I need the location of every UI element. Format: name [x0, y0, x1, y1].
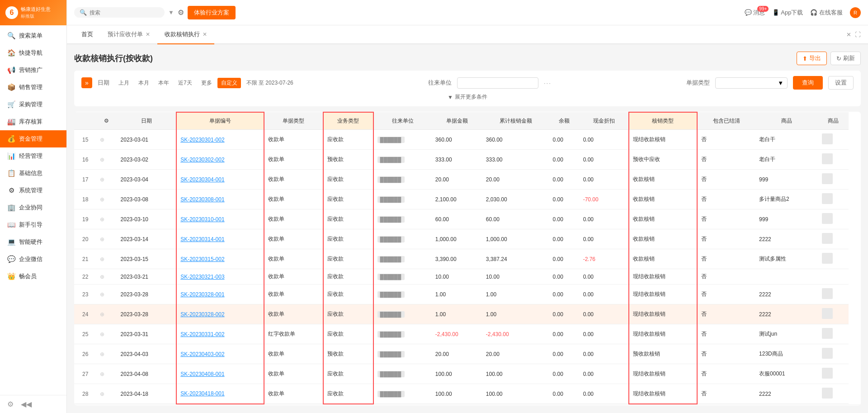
notification-area[interactable]: 💬 消息 99+ — [745, 9, 765, 17]
dropdown-arrow[interactable]: ▼ — [168, 9, 174, 16]
row-settings-icon[interactable]: ⊕ — [100, 311, 104, 318]
row-settings-icon[interactable]: ⊕ — [100, 216, 104, 223]
row-settings-icon[interactable]: ⊕ — [100, 391, 104, 397]
query-button[interactable]: 查询 — [793, 76, 823, 90]
sidebar-item-enterprise[interactable]: 🏢企业协同 — [0, 199, 66, 216]
row-settings-icon[interactable]: ⊕ — [100, 274, 104, 280]
cell-voucher_no[interactable]: SK-20230418-001 — [176, 384, 264, 404]
voucher-link[interactable]: SK-20230328-001 — [180, 291, 224, 298]
voucher-link[interactable]: SK-20230308-001 — [180, 196, 224, 203]
sidebar-item-member[interactable]: 👑畅会员 — [0, 268, 66, 285]
table-row[interactable]: 21⊕2023-03-15SK-20230315-002收款单应收款██████… — [74, 249, 861, 269]
voucher-link[interactable]: SK-20230418-001 — [180, 390, 224, 397]
cell-voucher_no[interactable]: SK-20230328-001 — [176, 285, 264, 304]
export-button[interactable]: ⬆ 导出 — [797, 52, 827, 65]
table-row[interactable]: 18⊕2023-03-08SK-20230308-001收款单应收款██████… — [74, 190, 861, 209]
row-settings-icon[interactable]: ⊕ — [100, 176, 104, 183]
sidebar-item-basics[interactable]: 📋基础信息 — [0, 165, 66, 182]
voucher-link[interactable]: SK-20230328-002 — [180, 311, 224, 318]
table-row[interactable]: 22⊕2023-03-21SK-20230321-003收款单应收款██████… — [74, 269, 861, 285]
col-header-settings[interactable]: ⚙ — [96, 112, 117, 130]
row-settings-icon[interactable]: ⊕ — [100, 331, 104, 337]
table-row[interactable]: 26⊕2023-04-03SK-20230403-002收款单预收款██████… — [74, 344, 861, 364]
sidebar-item-marketing[interactable]: 📢营销推广 — [0, 62, 66, 79]
sidebar-item-guide[interactable]: 📖新手引导 — [0, 216, 66, 233]
cell-voucher_no[interactable]: SK-20230328-002 — [176, 304, 264, 324]
tab-首页[interactable]: 首页 — [74, 25, 100, 44]
date-btn-custom[interactable]: 自定义 — [217, 78, 241, 88]
expand-more-button[interactable]: ▼ 展开更多条件 — [448, 93, 487, 101]
partner-filter-input[interactable] — [457, 77, 538, 89]
table-row[interactable]: 25⊕2023-03-31SK-20230331-002红字收款单应收款████… — [74, 324, 861, 344]
voucher-link[interactable]: SK-20230408-001 — [180, 371, 224, 377]
date-btn-上月[interactable]: 上月 — [115, 78, 133, 88]
table-row[interactable]: 20⊕2023-03-14SK-20230314-001收款单应收款██████… — [74, 229, 861, 249]
voucher-type-select[interactable]: ▼ — [715, 77, 788, 89]
tab-close-icon[interactable]: ✕ — [203, 31, 207, 38]
sidebar-item-operations[interactable]: 📊经营管理 — [0, 147, 66, 165]
voucher-link[interactable]: SK-20230314-001 — [180, 236, 224, 242]
voucher-link[interactable]: SK-20230304-001 — [180, 176, 224, 183]
date-btn-本年[interactable]: 本年 — [155, 78, 173, 88]
date-btn-更多[interactable]: 更多 — [198, 78, 216, 88]
user-avatar[interactable]: R — [850, 7, 861, 18]
voucher-link[interactable]: SK-20230331-002 — [180, 331, 224, 337]
global-search[interactable]: 🔍 — [74, 7, 165, 18]
table-row[interactable]: 15⊕2023-03-01SK-20230301-002收款单应收款██████… — [74, 130, 861, 150]
cell-voucher_no[interactable]: SK-20230304-001 — [176, 170, 264, 190]
table-row[interactable]: 17⊕2023-03-04SK-20230304-001收款单应收款██████… — [74, 170, 861, 190]
filter-expand-button[interactable]: » — [81, 77, 92, 88]
table-row[interactable]: 24⊕2023-03-28SK-20230328-002收款单应收款██████… — [74, 304, 861, 324]
settings-button[interactable]: 设置 — [828, 76, 854, 90]
voucher-link[interactable]: SK-20230310-001 — [180, 216, 224, 223]
cell-voucher_no[interactable]: SK-20230315-002 — [176, 249, 264, 269]
cell-voucher_no[interactable]: SK-20230321-003 — [176, 269, 264, 285]
table-row[interactable]: 27⊕2023-04-08SK-20230408-001收款单应收款██████… — [74, 364, 861, 384]
row-settings-icon[interactable]: ⊕ — [100, 351, 104, 357]
settings-gear-icon[interactable]: ⚙ — [178, 8, 184, 17]
voucher-link[interactable]: SK-20230321-003 — [180, 274, 224, 280]
sidebar-item-sales[interactable]: 📦销售管理 — [0, 79, 66, 96]
tab-close-icon[interactable]: ✕ — [146, 31, 150, 38]
tab-预计应收付单[interactable]: 预计应收付单✕ — [100, 25, 157, 44]
sidebar-item-search[interactable]: 🔍搜索菜单 — [0, 27, 66, 44]
row-settings-icon[interactable]: ⊕ — [100, 236, 104, 242]
voucher-link[interactable]: SK-20230301-002 — [180, 137, 224, 143]
cell-voucher_no[interactable]: SK-20230314-001 — [176, 229, 264, 249]
cell-voucher_no[interactable]: SK-20230302-002 — [176, 150, 264, 170]
cell-voucher_no[interactable]: SK-20230308-001 — [176, 190, 264, 209]
tab-close-all[interactable]: ✕ — [846, 31, 851, 38]
partner-filter-dots[interactable]: ··· — [544, 80, 552, 86]
row-settings-icon[interactable]: ⊕ — [100, 157, 104, 163]
cell-voucher_no[interactable]: SK-20230310-001 — [176, 209, 264, 229]
row-settings-icon[interactable]: ⊕ — [100, 371, 104, 377]
cell-voucher_no[interactable]: SK-20230408-001 — [176, 364, 264, 384]
tab-收款核销执行[interactable]: 收款核销执行✕ — [157, 25, 214, 44]
sidebar-item-wechat[interactable]: 💬企业微信 — [0, 251, 66, 268]
online-service-link[interactable]: 🎧 在线客服 — [810, 9, 843, 17]
sidebar-item-inventory[interactable]: 🏭库存核算 — [0, 113, 66, 130]
date-btn-本月[interactable]: 本月 — [135, 78, 153, 88]
sidebar-item-finance[interactable]: 💰资金管理 — [0, 130, 66, 147]
tab-expand[interactable]: ⛶ — [855, 31, 861, 38]
cell-voucher_no[interactable]: SK-20230403-002 — [176, 344, 264, 364]
industry-solution-button[interactable]: 体验行业方案 — [188, 6, 236, 19]
sidebar-item-hardware[interactable]: 💻智能硬件 — [0, 233, 66, 251]
table-row[interactable]: 19⊕2023-03-10SK-20230310-001收款单应收款██████… — [74, 209, 861, 229]
table-row[interactable]: 23⊕2023-03-28SK-20230328-001收款单应收款██████… — [74, 285, 861, 304]
date-btn-近7天[interactable]: 近7天 — [175, 78, 196, 88]
table-row[interactable]: 28⊕2023-04-18SK-20230418-001收款单应收款██████… — [74, 384, 861, 404]
sidebar-settings-icon[interactable]: ⚙ — [7, 400, 14, 408]
cell-voucher_no[interactable]: SK-20230301-002 — [176, 130, 264, 150]
refresh-button[interactable]: ↻ 刷新 — [830, 52, 861, 65]
search-input[interactable] — [90, 9, 153, 16]
sidebar-item-system[interactable]: ⚙系统管理 — [0, 182, 66, 199]
cell-voucher_no[interactable]: SK-20230331-002 — [176, 324, 264, 344]
row-settings-icon[interactable]: ⊕ — [100, 137, 104, 143]
voucher-link[interactable]: SK-20230403-002 — [180, 351, 224, 357]
row-settings-icon[interactable]: ⊕ — [100, 291, 104, 298]
row-settings-icon[interactable]: ⊕ — [100, 196, 104, 203]
row-settings-icon[interactable]: ⊕ — [100, 256, 104, 262]
voucher-link[interactable]: SK-20230315-002 — [180, 256, 224, 262]
voucher-link[interactable]: SK-20230302-002 — [180, 157, 224, 163]
